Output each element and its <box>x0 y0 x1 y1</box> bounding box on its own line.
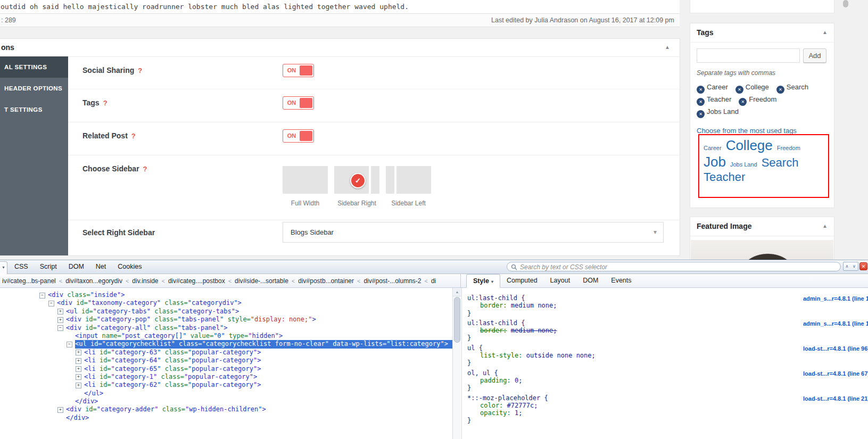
tag-cloud-link-jobs-land[interactable]: Jobs Land <box>730 161 757 168</box>
firebug-tab-dom[interactable]: DOM <box>63 260 90 274</box>
tree-node[interactable]: <li id="category-62" class="popular-cate… <box>84 381 261 389</box>
html-tree-scrollbar[interactable]: ▲ <box>452 288 462 439</box>
firebug-tab-net[interactable]: Net <box>90 260 112 274</box>
expand-icon[interactable]: + <box>57 309 63 314</box>
tree-row[interactable]: +<div id="category-adder" class="wp-hidd… <box>0 405 452 413</box>
page-scrollbar-thumb[interactable] <box>843 0 848 7</box>
tree-row[interactable]: −<div id="taxonomy-category" class="cate… <box>0 299 452 307</box>
panel-tab-events[interactable]: Events <box>605 274 638 287</box>
breadcrumb-item[interactable]: div#categ....postbox <box>168 277 225 285</box>
css-source-link[interactable]: load-st...r=4.8.1 (line 96) <box>803 345 868 352</box>
scroll-up-icon[interactable]: ▲ <box>453 288 461 296</box>
tree-row[interactable]: +<li id="category-64" class="popular-cat… <box>0 357 452 365</box>
panel-tab-layout[interactable]: Layout <box>544 274 577 287</box>
tags-toggle[interactable]: ON <box>283 96 314 110</box>
tag-cloud-link-freedom[interactable]: Freedom <box>777 145 800 151</box>
help-icon[interactable]: ? <box>131 132 136 140</box>
tag-cloud-link-college[interactable]: College <box>726 137 773 153</box>
breadcrumb-item[interactable]: di <box>431 277 436 285</box>
css-source-link[interactable]: admin_s...r=4.8.1 (line 14) <box>803 320 868 327</box>
featured-image-header[interactable]: Featured Image ▲ <box>690 217 834 236</box>
breadcrumb-item[interactable]: div#post-...olumns-2 <box>363 277 421 285</box>
search-next-button[interactable]: ∨ <box>850 262 858 271</box>
collapse-icon[interactable]: ▲ <box>822 223 828 229</box>
tree-row[interactable]: <input name="post_category[]" value="0" … <box>0 332 452 340</box>
expand-icon[interactable]: + <box>57 407 63 413</box>
tree-row[interactable]: −<div class="inside"> <box>0 291 452 299</box>
related-post-toggle[interactable]: ON <box>283 129 314 143</box>
collapse-icon[interactable]: − <box>57 325 63 331</box>
collapse-icon[interactable]: − <box>39 293 45 299</box>
css-property[interactable]: border: medium none; <box>467 302 868 309</box>
tag-cloud-link-career[interactable]: Career <box>704 145 722 151</box>
breadcrumb-item[interactable]: div#taxon...egorydiv <box>65 277 122 285</box>
expand-icon[interactable]: + <box>76 366 81 372</box>
remove-tag-icon[interactable]: ✕ <box>735 86 743 94</box>
tree-node[interactable]: </div> <box>75 397 98 405</box>
settings-tab-header-options[interactable]: HEADER OPTIONS <box>0 78 68 99</box>
help-icon[interactable]: ? <box>138 67 142 74</box>
tree-node[interactable]: <input name="post_category[]" value="0" … <box>75 332 283 340</box>
sidebar-select[interactable]: Blogs Sidebar ▾ <box>283 222 664 243</box>
tree-row[interactable]: </div> <box>0 414 452 422</box>
help-icon[interactable]: ? <box>143 165 147 173</box>
scrollbar-thumb[interactable] <box>454 297 460 343</box>
remove-tag-icon[interactable]: ✕ <box>697 98 705 106</box>
settings-tab-t-settings[interactable]: T SETTINGS <box>0 99 68 120</box>
social-sharing-toggle[interactable]: ON <box>283 64 314 77</box>
firebug-tab-cookies[interactable]: Cookies <box>112 260 147 274</box>
tree-row[interactable]: +<div id="category-pop" class="tabs-pane… <box>0 316 452 324</box>
selected-tree-node[interactable]: <ul id="categorychecklist" class="catego… <box>75 340 452 348</box>
css-source-link[interactable]: admin_s...r=4.8.1 (line 19) <box>803 295 868 302</box>
tree-node[interactable]: </ul> <box>84 390 103 397</box>
firebug-tab-css[interactable]: CSS <box>9 260 34 274</box>
firebug-tab-script[interactable]: Script <box>34 260 63 274</box>
tag-cloud-link-job[interactable]: Job <box>704 154 726 170</box>
tree-node[interactable]: <div class="inside"> <box>48 291 125 299</box>
tag-cloud-link-teacher[interactable]: Teacher <box>704 170 745 184</box>
tree-row[interactable]: </div> <box>0 397 452 405</box>
tab-html-partial[interactable]: ▾ <box>0 261 7 274</box>
tree-row[interactable]: −<div id="category-all" class="tabs-pane… <box>0 324 452 332</box>
tree-node[interactable]: <ul id="category-tabs" class="category-t… <box>66 308 239 316</box>
css-property[interactable]: color: #72777c; <box>467 402 868 409</box>
collapse-icon[interactable]: ▲ <box>822 29 828 35</box>
remove-tag-icon[interactable]: ✕ <box>776 86 784 94</box>
editor-content-area[interactable]: outdid oh said hello majestically roadru… <box>0 0 680 14</box>
tree-node[interactable]: </div> <box>66 414 89 422</box>
panel-tab-dom[interactable]: DOM <box>576 274 605 287</box>
remove-tag-icon[interactable]: ✕ <box>697 86 705 94</box>
tree-node[interactable]: <div id="category-all" class="tabs-panel… <box>66 324 228 332</box>
expand-icon[interactable]: + <box>76 374 81 380</box>
settings-tab-al-settings[interactable]: AL SETTINGS <box>0 56 68 78</box>
add-tag-button[interactable]: Add <box>803 48 826 63</box>
css-property[interactable]: list-style: outside none none; <box>467 352 868 359</box>
expand-icon[interactable]: + <box>76 358 81 364</box>
tree-row[interactable]: +<li id="category-65" class="popular-cat… <box>0 365 452 373</box>
tree-row[interactable]: −<ul id="categorychecklist" class="categ… <box>0 340 452 348</box>
css-source-link[interactable]: load-st...r=4.8.1 (line 21) <box>803 395 868 402</box>
tree-node[interactable]: <li id="category-65" class="popular-cate… <box>84 365 261 373</box>
tree-node[interactable]: <li id="category-64" class="popular-cate… <box>84 357 261 365</box>
breadcrumb-item[interactable]: iv#categ...bs-panel <box>2 277 56 285</box>
expand-icon[interactable]: + <box>76 383 81 388</box>
css-source-link[interactable]: load-st...r=4.8.1 (line 67) <box>803 370 868 377</box>
breadcrumb-item[interactable]: div#postb...ontainer <box>298 277 354 285</box>
tree-node[interactable]: <div id="taxonomy-category" class="categ… <box>57 299 242 307</box>
close-icon[interactable]: ✕ <box>859 262 867 270</box>
layout-full-width[interactable] <box>283 166 328 194</box>
tree-node[interactable]: <div id="category-pop" class="tabs-panel… <box>66 316 316 324</box>
collapse-icon[interactable]: − <box>67 342 72 347</box>
tree-row[interactable]: +<li id="category-62" class="popular-cat… <box>0 381 452 389</box>
tree-node[interactable]: <div id="category-adder" class="wp-hidde… <box>66 405 266 413</box>
remove-tag-icon[interactable]: ✕ <box>739 98 747 106</box>
css-property[interactable]: border: medium none; <box>467 327 868 334</box>
search-prev-button[interactable]: ∧ <box>843 262 851 271</box>
tree-node[interactable]: <li id="category-63" class="popular-cate… <box>84 349 261 357</box>
options-metabox-header[interactable]: ons ▲ <box>0 39 680 57</box>
tree-row[interactable]: +<li id="category-63" class="popular-cat… <box>0 349 452 357</box>
expand-icon[interactable]: + <box>76 350 81 355</box>
most-used-tags-link[interactable]: Choose from the most used tags <box>697 127 797 135</box>
tags-metabox-header[interactable]: Tags ▲ <box>690 23 834 43</box>
new-tag-input[interactable] <box>697 48 800 63</box>
